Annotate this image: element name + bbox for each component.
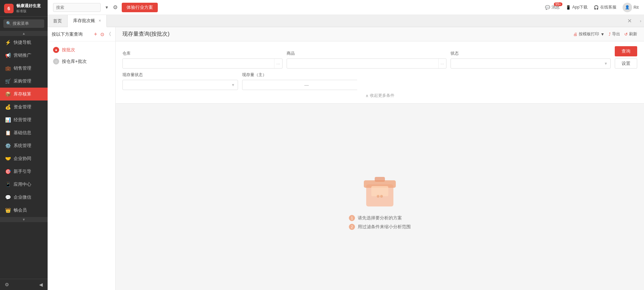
sidebar-item-label: 库存核算 xyxy=(14,91,31,97)
scheme-panel-header: 按以下方案查询 ＋ ⊙ 《 xyxy=(48,27,115,41)
sidebar-item-new-guide[interactable]: 🎯 新手引导 xyxy=(0,165,48,178)
sidebar-item-label: 应用中心 xyxy=(14,181,31,187)
tab-home[interactable]: 首页 xyxy=(48,15,68,27)
filter-and-actions: 仓库 ··· 商品 xyxy=(116,41,644,104)
inventory-status-filter: 现存量状态 ▼ xyxy=(122,72,238,90)
filter-row-1: 仓库 ··· 商品 xyxy=(122,46,637,69)
product-filter: 商品 ··· xyxy=(287,51,447,69)
app-version: 标准版 xyxy=(16,9,41,14)
online-service-action[interactable]: 🎧 在线客服 xyxy=(594,4,616,10)
sidebar-item-label: 企业协同 xyxy=(14,156,31,162)
sidebar-item-label: 资金管理 xyxy=(14,104,31,110)
scheme-item-by-batch[interactable]: ● 按批次 xyxy=(48,44,115,56)
warehouse-more-button[interactable]: ··· xyxy=(274,59,282,68)
sidebar-item-system[interactable]: ⚙️ 系统管理 xyxy=(0,139,48,152)
status-select[interactable]: ▼ xyxy=(451,58,611,69)
print-dropdown-icon: ▼ xyxy=(600,32,605,37)
warehouse-input[interactable] xyxy=(123,59,274,68)
tab-home-label: 首页 xyxy=(53,18,62,24)
sidebar-item-label: 系统管理 xyxy=(14,143,31,149)
empty-illustration xyxy=(358,164,402,208)
print-icon: 🖨 xyxy=(573,32,577,37)
page-header: 现存量查询(按批次) 🖨 按模板打印 ▼ ⤴ 导出 ↺ 刷新 xyxy=(116,27,644,41)
settings-button[interactable]: 设置 xyxy=(615,58,637,69)
trial-button[interactable]: 体验行业方案 xyxy=(122,3,158,12)
inventory-status-chevron-icon: ▼ xyxy=(231,83,235,87)
product-more-icon: ··· xyxy=(441,61,444,66)
plus-icon: ＋ xyxy=(93,31,98,38)
tab-inventory-batch[interactable]: 库存批次账 × xyxy=(68,15,107,27)
scheme-item-by-warehouse-batch[interactable]: ○ 按仓库+批次 xyxy=(48,56,115,67)
empty-svg-illustration xyxy=(358,164,402,208)
sidebar-item-marketing[interactable]: 📢 营销推广 xyxy=(0,49,48,62)
filter-fields: 仓库 ··· 商品 xyxy=(122,46,637,98)
basic-info-icon: 📋 xyxy=(5,130,11,136)
scroll-up-button[interactable]: ▲ xyxy=(0,31,48,36)
app-download-action[interactable]: 📱 App下载 xyxy=(566,4,588,10)
empty-hint-1: 1 请先选择要分析的方案 xyxy=(349,215,411,221)
system-icon: ⚙️ xyxy=(5,143,11,149)
messages-action[interactable]: 💬 消息 99+ xyxy=(545,4,560,10)
status-filter: 状态 ▼ xyxy=(451,51,611,69)
sidebar-item-quick-nav[interactable]: ⚡ 快捷导航 xyxy=(0,36,48,49)
scheme-panel: 按以下方案查询 ＋ ⊙ 《 ● 按批次 xyxy=(48,27,116,290)
sidebar-item-label: 销售管理 xyxy=(14,65,31,71)
settings-footer-icon[interactable]: ⚙ xyxy=(5,282,9,287)
topbar: ▼ ⚙ 体验行业方案 💬 消息 99+ 📱 App下载 🎧 在线客服 👤 Rit xyxy=(48,0,644,15)
sidebar-item-label: 畅会员 xyxy=(14,207,27,213)
page-title: 现存量查询(按批次) xyxy=(122,31,170,38)
scroll-down-button[interactable]: ▼ xyxy=(0,217,48,222)
sidebar-search[interactable]: 🔍 搜索菜单 xyxy=(3,19,44,28)
tab-panel-close-button[interactable]: ✕ xyxy=(623,15,636,27)
sidebar-item-app-center[interactable]: 📱 应用中心 xyxy=(0,178,48,191)
sidebar-item-finance[interactable]: 💰 资金管理 xyxy=(0,101,48,113)
warehouse-more-icon: ··· xyxy=(276,61,280,66)
sidebar-item-basic-info[interactable]: 📋 基础信息 xyxy=(0,126,48,139)
sidebar-item-enterprise-wechat[interactable]: 💬 企业微信 xyxy=(0,191,48,204)
warehouse-input-row: ··· xyxy=(122,58,283,69)
tab-inventory-batch-label: 库存批次账 xyxy=(73,18,95,24)
query-button[interactable]: 查询 xyxy=(615,46,637,56)
finance-icon: 💰 xyxy=(5,104,11,110)
warehouse-filter: 仓库 ··· xyxy=(122,51,283,69)
sidebar-item-inventory[interactable]: 📦 库存核算 xyxy=(0,88,48,101)
avatar-icon: 👤 xyxy=(625,5,630,10)
company-name: 畅康通好生意 xyxy=(16,3,41,9)
sidebar-item-purchase[interactable]: 🛒 采购管理 xyxy=(0,75,48,88)
tab-close-icon[interactable]: × xyxy=(99,18,101,23)
collapse-more-label: 收起更多条件 xyxy=(370,93,394,98)
hint-2-num: 2 xyxy=(349,224,355,230)
product-input[interactable] xyxy=(287,59,438,68)
sidebar: 6 畅康通好生意 标准版 🔍 搜索菜单 ▲ ⚡ 快捷导航 📢 营销推广 💼 销售… xyxy=(0,0,48,290)
app-download-label: App下载 xyxy=(572,4,588,10)
sidebar-item-member[interactable]: 👑 畅会员 xyxy=(0,204,48,217)
collapse-sidebar-icon[interactable]: ◀ xyxy=(39,282,43,287)
app-title-block: 畅康通好生意 标准版 xyxy=(16,3,41,14)
collapse-scheme-button[interactable]: 《 xyxy=(106,31,111,37)
export-button[interactable]: ⤴ 导出 xyxy=(609,31,620,37)
tab-arrow-button[interactable]: › xyxy=(637,15,644,27)
collapse-more-button[interactable]: ∧ 收起更多条件 xyxy=(122,93,637,98)
inventory-qty-min-input[interactable] xyxy=(245,80,302,90)
inventory-qty-max-input[interactable] xyxy=(311,80,368,90)
topbar-dropdown-button[interactable]: ▼ xyxy=(105,5,109,10)
add-scheme-button[interactable]: ＋ xyxy=(93,31,98,38)
topbar-settings-button[interactable]: ⚙ xyxy=(113,4,118,11)
export-label: 导出 xyxy=(612,31,620,37)
sidebar-item-enterprise[interactable]: 🤝 企业协同 xyxy=(0,152,48,165)
print-template-button[interactable]: 🖨 按模板打印 ▼ xyxy=(573,31,605,37)
user-profile[interactable]: 👤 Rit xyxy=(623,3,639,12)
scheme-label: 按批次 xyxy=(62,47,75,53)
action-buttons-group: 查询 设置 xyxy=(615,46,637,69)
inventory-status-select[interactable]: ▼ xyxy=(122,80,238,90)
product-more-button[interactable]: ··· xyxy=(438,59,446,68)
refresh-button[interactable]: ↺ 刷新 xyxy=(624,31,637,37)
sidebar-item-operations[interactable]: 📊 经营管理 xyxy=(0,113,48,126)
settings-scheme-button[interactable]: ⊙ xyxy=(100,32,104,37)
app-center-icon: 📱 xyxy=(5,181,11,187)
tabs-bar: 首页 库存批次账 × ✕ › xyxy=(48,15,644,27)
topbar-search-input[interactable] xyxy=(53,3,101,12)
sidebar-item-label: 营销推广 xyxy=(14,52,31,58)
inventory-icon: 📦 xyxy=(5,91,11,97)
sidebar-item-sales[interactable]: 💼 销售管理 xyxy=(0,62,48,75)
